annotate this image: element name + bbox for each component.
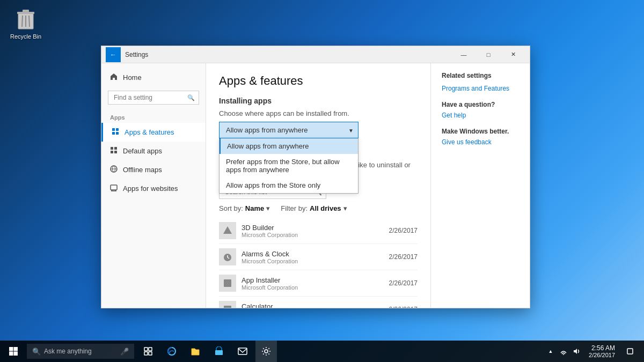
app-icon-calculator: ± xyxy=(219,301,236,308)
app-publisher-app-installer: Microsoft Corporation xyxy=(241,284,375,291)
svg-rect-12 xyxy=(111,151,113,153)
recycle-bin-icon[interactable]: Recycle Bin xyxy=(8,5,43,42)
svg-rect-9 xyxy=(116,132,119,135)
app-date-calculator: 2/26/2017 xyxy=(380,306,418,308)
svg-rect-30 xyxy=(9,352,13,356)
filter-by[interactable]: Filter by: All drives ▾ xyxy=(281,204,347,212)
offline-maps-icon xyxy=(110,165,118,174)
svg-marker-19 xyxy=(223,226,232,234)
network-icon[interactable] xyxy=(558,341,569,362)
svg-rect-2 xyxy=(23,10,29,12)
file-explorer-button[interactable] xyxy=(185,341,206,362)
app-date-alarms-clock: 2/26/2017 xyxy=(380,253,418,261)
taskbar: 🔍 Ask me anything 🎤 xyxy=(0,341,644,362)
default-apps-label: Default apps xyxy=(123,147,162,155)
filter-chevron-icon: ▾ xyxy=(343,204,347,212)
svg-rect-10 xyxy=(111,147,113,150)
taskbar-search-text: Ask me anything xyxy=(44,348,92,355)
sidebar-item-offline-maps[interactable]: Offline maps xyxy=(101,160,206,179)
close-button[interactable]: ✕ xyxy=(501,46,525,63)
app-name-app-installer: App Installer xyxy=(241,276,375,284)
taskbar-right: ▲ 2:56 AM 2/26/2017 xyxy=(545,341,644,362)
home-icon xyxy=(110,73,118,82)
app-icon-3d-builder xyxy=(219,222,236,239)
sort-label: Sort by: xyxy=(219,204,243,212)
sidebar-item-default-apps[interactable]: Default apps xyxy=(101,142,206,160)
app-date-app-installer: 2/26/2017 xyxy=(380,279,418,287)
svg-rect-33 xyxy=(149,348,152,351)
svg-rect-15 xyxy=(111,185,117,190)
programs-features-link[interactable]: Programs and Features xyxy=(442,85,519,92)
taskbar-search[interactable]: 🔍 Ask me anything 🎤 xyxy=(27,344,134,359)
apps-features-icon xyxy=(112,128,119,137)
svg-point-40 xyxy=(563,354,564,355)
svg-rect-7 xyxy=(116,128,119,131)
recycle-bin-label: Recycle Bin xyxy=(10,33,41,40)
dropdown-chevron-icon: ▼ xyxy=(348,127,354,133)
task-view-button[interactable] xyxy=(137,341,159,362)
store-button[interactable] xyxy=(208,341,230,362)
title-bar: ← Settings — □ ✕ xyxy=(101,46,530,63)
dropdown-list: Allow apps from anywhere Prefer apps fro… xyxy=(219,138,358,194)
default-apps-icon xyxy=(110,146,118,156)
svg-rect-38 xyxy=(238,348,247,354)
question-title: Have a question? xyxy=(442,101,519,108)
get-help-link[interactable]: Get help xyxy=(442,112,519,119)
taskbar-search-icon: 🔍 xyxy=(32,348,41,356)
search-icon: 🔍 xyxy=(187,94,195,101)
expand-tray-button[interactable]: ▲ xyxy=(545,341,557,362)
settings-button[interactable] xyxy=(255,341,277,362)
dropdown-option-2[interactable]: Allow apps from the Store only xyxy=(219,178,358,193)
minimize-button[interactable]: — xyxy=(451,46,476,63)
desktop: Recycle Bin ← Settings — □ ✕ xyxy=(0,0,644,362)
start-button[interactable] xyxy=(0,341,27,362)
sort-by[interactable]: Sort by: Name ▾ xyxy=(219,204,270,212)
svg-marker-41 xyxy=(574,349,577,354)
app-icon-alarms-clock xyxy=(219,248,236,265)
app-list: 3D Builder Microsoft Corporation 2/26/20… xyxy=(219,218,418,308)
system-tray: ▲ xyxy=(545,341,582,362)
clock-date: 2/26/2017 xyxy=(589,352,615,358)
recycle-bin-graphic xyxy=(15,8,36,31)
sidebar-item-apps-features[interactable]: Apps & features xyxy=(101,123,206,142)
window-controls: — □ ✕ xyxy=(451,46,525,63)
installing-title: Installing apps xyxy=(219,97,418,105)
app-name-3d-builder: 3D Builder xyxy=(241,224,375,232)
search-input[interactable] xyxy=(108,91,199,105)
sidebar-item-home[interactable]: Home xyxy=(101,69,206,86)
svg-rect-29 xyxy=(14,347,18,351)
notification-button[interactable] xyxy=(621,341,639,362)
apps-section-label: Apps xyxy=(101,109,206,123)
dropdown-option-0[interactable]: Allow apps from anywhere xyxy=(219,138,358,154)
svg-line-5 xyxy=(29,16,30,27)
app-item-alarms-clock[interactable]: Alarms & Clock Microsoft Corporation 2/2… xyxy=(219,244,418,270)
svg-rect-11 xyxy=(114,147,117,150)
back-button[interactable]: ← xyxy=(106,47,121,62)
svg-rect-8 xyxy=(112,132,115,135)
window-body: Home 🔍 Apps xyxy=(101,63,530,308)
sidebar-item-apps-websites[interactable]: Apps for websites xyxy=(101,179,206,198)
sort-value: Name xyxy=(245,204,264,212)
feedback-link[interactable]: Give us feedback xyxy=(442,138,519,146)
app-item-3d-builder[interactable]: 3D Builder Microsoft Corporation 2/26/20… xyxy=(219,218,418,244)
svg-rect-34 xyxy=(144,352,148,355)
app-icon-app-installer xyxy=(219,275,236,292)
edge-browser-button[interactable] xyxy=(161,341,182,362)
offline-maps-label: Offline maps xyxy=(123,166,162,174)
app-item-calculator[interactable]: ± Calculator Microsoft Corporation 2/26/… xyxy=(219,297,418,308)
taskbar-clock[interactable]: 2:56 AM 2/26/2017 xyxy=(584,344,619,358)
app-item-app-installer[interactable]: App Installer Microsoft Corporation 2/26… xyxy=(219,270,418,297)
maximize-button[interactable]: □ xyxy=(476,46,501,63)
install-location-dropdown[interactable]: Allow apps from anywhere ▼ Allow apps fr… xyxy=(219,122,358,138)
dropdown-selected[interactable]: Allow apps from anywhere ▼ xyxy=(219,122,358,138)
mail-button[interactable] xyxy=(232,341,253,362)
dropdown-option-1[interactable]: Prefer apps from the Store, but allow ap… xyxy=(219,154,358,178)
app-name-calculator: Calculator xyxy=(241,302,375,308)
volume-icon[interactable] xyxy=(570,341,582,362)
svg-rect-42 xyxy=(627,349,633,354)
app-date-3d-builder: 2/26/2017 xyxy=(380,227,418,234)
svg-rect-35 xyxy=(149,352,152,355)
svg-rect-37 xyxy=(215,350,223,355)
app-name-alarms-clock: Alarms & Clock xyxy=(241,250,375,258)
related-settings-title: Related settings xyxy=(442,72,519,79)
